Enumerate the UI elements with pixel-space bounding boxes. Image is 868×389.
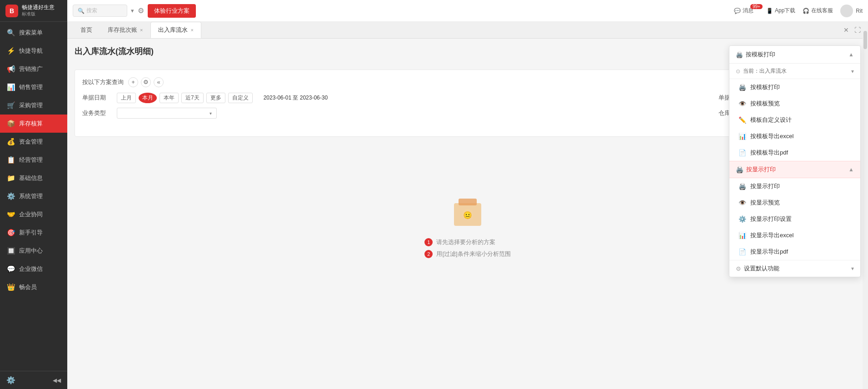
sidebar-item-quick-nav[interactable]: ⚡ 快捷导航	[0, 42, 67, 60]
print-dropdown-panel: 🖨️ 按模板打印 ▲ ⊙ 当前：出入库流水 ▾ 🖨️ 按模板打印 👁️ 按模板预…	[729, 45, 861, 277]
tab-inventory-batch-close[interactable]: ×	[140, 27, 143, 33]
online-service-button[interactable]: 🎧 在线客服	[803, 7, 833, 15]
sidebar-item-guide[interactable]: 🎯 新手引导	[0, 224, 67, 242]
tab-home[interactable]: 首页	[73, 22, 100, 38]
window-expand-button[interactable]: ⛶	[853, 25, 863, 35]
sidebar-item-label-basic: 基础信息	[19, 174, 43, 182]
footer-collapse-icon[interactable]: ◀◀	[53, 377, 61, 384]
user-profile[interactable]: Rit	[840, 5, 863, 17]
business-type-placeholder	[122, 110, 123, 116]
export-pdf-display-icon: 📄	[738, 248, 746, 255]
sidebar-item-finance[interactable]: 💰 资金管理	[0, 133, 67, 151]
sidebar-item-inventory[interactable]: 📦 库存核算	[0, 115, 67, 133]
topbar: 🔍 搜索 ▾ ⚙ 体验行业方案 💬 消息 99+ 📱 App下载 🎧 在线客服	[67, 0, 868, 22]
sidebar-item-sales[interactable]: 📊 销售管理	[0, 78, 67, 96]
dropdown-item-print-settings-display[interactable]: ⚙️ 按显示打印设置	[729, 211, 860, 227]
tab-stock-flow-close[interactable]: ×	[190, 27, 193, 33]
dropdown-item-export-pdf-display[interactable]: 📄 按显示导出pdf	[729, 244, 860, 260]
date-btn-current-year[interactable]: 本年	[160, 93, 179, 103]
dropdown-footer-set-default[interactable]: ⚙ 设置默认功能 ▾	[729, 260, 860, 277]
right-scrollbar[interactable]	[863, 22, 868, 389]
tabs-window-controls: ✕ ⛶	[842, 25, 863, 35]
dropdown-print-icon: 🖨️	[736, 51, 743, 58]
custom-design-item-icon: ✏️	[738, 116, 746, 124]
footer-settings-icon[interactable]: ⚙️	[6, 376, 15, 384]
quick-nav-icon: ⚡	[6, 46, 15, 55]
sidebar-item-member[interactable]: 👑 畅会员	[0, 278, 67, 296]
online-service-icon: 🎧	[803, 8, 809, 14]
business-type-select[interactable]: ▾	[117, 108, 217, 119]
sidebar-item-apps[interactable]: 🔲 应用中心	[0, 242, 67, 260]
topbar-search-icon: 🔍	[78, 8, 85, 14]
main-content: 🔍 搜索 ▾ ⚙ 体验行业方案 💬 消息 99+ 📱 App下载 🎧 在线客服	[67, 0, 868, 389]
dropdown-current-arrow[interactable]: ▾	[851, 68, 854, 75]
sidebar-item-label-operations: 经营管理	[19, 156, 43, 164]
filter-settings-button[interactable]: ⚙	[141, 77, 151, 87]
dropdown-item-preview-display[interactable]: 👁️ 按显示预览	[729, 194, 860, 211]
date-btn-custom[interactable]: 自定义	[228, 93, 253, 103]
date-btn-current-month[interactable]: 本月	[139, 93, 157, 103]
footer-set-default-arrow: ▾	[851, 265, 854, 272]
empty-step-1: 1 请先选择要分析的方案	[424, 236, 510, 248]
sidebar-item-label-wechat: 企业微信	[19, 265, 43, 273]
page-title: 出入库流水(流水明细)	[75, 46, 154, 57]
export-excel-template-icon: 📊	[738, 133, 746, 140]
date-filter-buttons: 上月 本月 本年 近7天 更多 自定义	[117, 93, 253, 103]
dropdown-item-print-display[interactable]: 🖨️ 按显示打印	[729, 178, 860, 194]
window-close-button[interactable]: ✕	[842, 25, 851, 35]
print-display-icon: 🖨️	[738, 183, 746, 190]
sidebar-item-basic[interactable]: 📁 基础信息	[0, 169, 67, 187]
dropdown-item-custom-design[interactable]: ✏️ 模板自定义设计	[729, 112, 860, 128]
dropdown-item-preview-template[interactable]: 👁️ 按模板预览	[729, 95, 860, 112]
filter-add-buttons: + ⚙ «	[128, 77, 164, 87]
tab-stock-flow-label: 出入库流水	[158, 26, 188, 34]
sidebar-item-wechat[interactable]: 💬 企业微信	[0, 260, 67, 278]
sidebar-item-search[interactable]: 🔍 搜索菜单	[0, 24, 67, 42]
topbar-settings-icon[interactable]: ⚙	[138, 6, 144, 15]
date-btn-more[interactable]: 更多	[206, 93, 225, 103]
dropdown-item-export-excel-template[interactable]: 📊 按模板导出excel	[729, 128, 860, 145]
sidebar-item-operations[interactable]: 📋 经营管理	[0, 151, 67, 169]
footer-set-default-area: ⚙ 设置默认功能	[736, 264, 779, 273]
industry-solution-button[interactable]: 体验行业方案	[148, 4, 196, 18]
svg-rect-1	[459, 199, 477, 205]
sidebar-item-label-quick-nav: 快捷导航	[19, 47, 43, 55]
sidebar-item-marketing[interactable]: 📢 营销推广	[0, 60, 67, 78]
dropdown-item-export-pdf-template[interactable]: 📄 按模板导出pdf	[729, 145, 860, 161]
messages-button[interactable]: 💬 消息 99+	[734, 7, 759, 15]
corp-icon: 🤝	[6, 210, 15, 219]
step-2-number: 2	[424, 250, 433, 258]
app-download-button[interactable]: 📱 App下载	[766, 7, 795, 15]
tab-inventory-batch[interactable]: 库存批次账 ×	[100, 22, 150, 38]
filter-collapse-left-button[interactable]: «	[154, 77, 164, 87]
date-btn-last-month[interactable]: 上月	[117, 93, 136, 103]
online-service-label: 在线客服	[811, 7, 833, 15]
tabs-bar: 首页 库存批次账 × 出入库流水 × ✕ ⛶	[67, 22, 868, 39]
tab-stock-flow[interactable]: 出入库流水 ×	[150, 22, 201, 38]
dropdown-item-print-template[interactable]: 🖨️ 按模板打印	[729, 79, 860, 95]
sidebar-item-system[interactable]: ⚙️ 系统管理	[0, 187, 67, 205]
sidebar-item-corp[interactable]: 🤝 企业协同	[0, 205, 67, 224]
topbar-dropdown-arrow[interactable]: ▾	[131, 7, 134, 14]
dropdown-item-export-excel-display[interactable]: 📊 按显示导出excel	[729, 227, 860, 244]
date-btn-7days[interactable]: 近7天	[181, 93, 204, 103]
dropdown-display-section-header[interactable]: 🖨️ 按显示打印 ▲	[729, 161, 860, 178]
svg-text:😐: 😐	[463, 211, 472, 219]
topbar-search-box[interactable]: 🔍 搜索	[73, 5, 127, 17]
dropdown-current-area: ⊙ 当前：出入库流水	[736, 67, 787, 75]
date-range-display: 2023-06-01 至 2023-06-30	[264, 94, 328, 102]
app-logo-icon: B	[5, 5, 18, 17]
dropdown-current-text: 当前：出入库流水	[743, 67, 787, 75]
sidebar-item-purchase[interactable]: 🛒 采购管理	[0, 96, 67, 115]
dropdown-chevron-up[interactable]: ▲	[848, 51, 854, 58]
filter-add-button[interactable]: +	[128, 77, 138, 87]
sales-icon: 📊	[6, 83, 15, 92]
operations-icon: 📋	[6, 155, 15, 165]
sidebar-item-label-marketing: 营销推广	[19, 65, 43, 73]
dropdown-item-print-template-label: 按模板打印	[750, 83, 780, 91]
dropdown-item-custom-design-label: 模板自定义设计	[750, 116, 792, 124]
sidebar-item-label-system: 系统管理	[19, 192, 43, 200]
business-type-dropdown-icon: ▾	[210, 111, 212, 116]
app-download-icon: 📱	[766, 8, 773, 14]
print-template-item-icon: 🖨️	[738, 84, 746, 91]
